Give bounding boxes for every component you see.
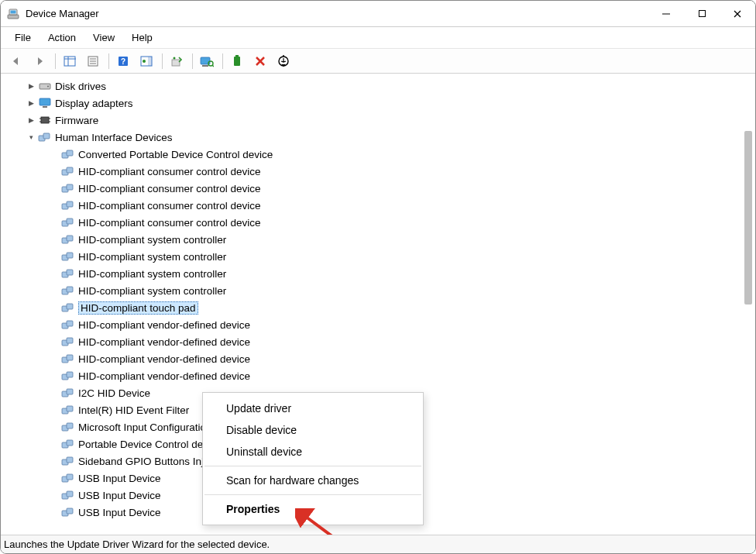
nav-back-button[interactable] bbox=[5, 51, 27, 71]
category-hid[interactable]: ▾ Human Interface Devices bbox=[4, 129, 743, 146]
category-firmware[interactable]: ▶ Firmware bbox=[4, 112, 743, 129]
device-item[interactable]: HID-compliant consumer control device bbox=[4, 214, 743, 231]
context-menu: Update driver Disable device Uninstall d… bbox=[202, 392, 424, 525]
hid-device-icon bbox=[61, 370, 75, 382]
tree-label: Firmware bbox=[55, 115, 98, 126]
vertical-scrollbar[interactable] bbox=[743, 76, 754, 533]
expander-icon[interactable]: ▶ bbox=[26, 81, 36, 91]
svg-rect-74 bbox=[67, 423, 73, 428]
device-item[interactable]: HID-compliant vendor-defined device bbox=[4, 350, 743, 367]
category-disk-drives[interactable]: ▶ Disk drives bbox=[4, 77, 743, 95]
action-pane-button[interactable] bbox=[136, 51, 157, 71]
menu-action[interactable]: Action bbox=[40, 29, 84, 46]
show-hide-console-tree-button[interactable] bbox=[59, 51, 81, 71]
hid-device-icon bbox=[61, 438, 75, 450]
svg-rect-76 bbox=[67, 440, 73, 446]
svg-rect-2 bbox=[11, 10, 16, 13]
scrollbar-thumb[interactable] bbox=[744, 131, 752, 305]
svg-rect-70 bbox=[67, 389, 73, 394]
svg-rect-48 bbox=[67, 201, 73, 207]
ctx-properties[interactable]: Properties bbox=[203, 498, 423, 520]
ctx-separator bbox=[204, 466, 421, 466]
scan-hardware-button[interactable] bbox=[196, 51, 218, 71]
ctx-update-driver[interactable]: Update driver bbox=[203, 397, 423, 419]
svg-rect-66 bbox=[67, 355, 73, 360]
tree-label: HID-compliant system controller bbox=[78, 234, 226, 246]
device-item[interactable]: HID-compliant touch pad bbox=[4, 299, 743, 316]
hid-device-icon bbox=[61, 284, 75, 297]
svg-rect-82 bbox=[67, 491, 73, 497]
tree-label: HID-compliant vendor-defined device bbox=[78, 370, 250, 382]
svg-rect-17 bbox=[148, 57, 152, 66]
tree-label: Converted Portable Device Control device bbox=[78, 149, 273, 160]
window-title: Device Manager bbox=[26, 8, 99, 19]
ctx-disable-device[interactable]: Disable device bbox=[203, 419, 423, 441]
device-item[interactable]: HID-compliant system controller bbox=[4, 248, 743, 265]
menu-file[interactable]: File bbox=[7, 29, 39, 46]
help-button[interactable]: ? bbox=[112, 51, 134, 71]
properties-button[interactable] bbox=[82, 51, 104, 71]
minimize-button[interactable] bbox=[648, 1, 684, 27]
device-item[interactable]: Converted Portable Device Control device bbox=[4, 146, 743, 163]
device-manager-window: Device Manager File Action View Help bbox=[0, 0, 756, 554]
hid-device-icon bbox=[61, 335, 75, 348]
svg-rect-84 bbox=[67, 508, 73, 514]
maximize-button[interactable] bbox=[684, 1, 720, 27]
tree-label: HID-compliant consumer control device bbox=[78, 166, 261, 177]
device-item[interactable]: HID-compliant vendor-defined device bbox=[4, 316, 743, 333]
svg-rect-32 bbox=[40, 98, 50, 105]
svg-rect-7 bbox=[64, 57, 75, 66]
expander-icon[interactable]: ▶ bbox=[26, 115, 36, 126]
hid-device-icon bbox=[61, 506, 75, 518]
ctx-uninstall-device[interactable]: Uninstall device bbox=[203, 441, 423, 463]
svg-rect-72 bbox=[67, 406, 73, 411]
device-item[interactable]: HID-compliant consumer control device bbox=[4, 180, 743, 197]
expander-icon[interactable]: ▾ bbox=[26, 132, 36, 143]
svg-line-24 bbox=[212, 65, 214, 67]
toolbar-sep bbox=[55, 53, 56, 69]
hid-device-icon bbox=[61, 404, 75, 416]
hid-device-icon bbox=[61, 250, 75, 263]
tree-label: HID-compliant system controller bbox=[78, 251, 226, 263]
ctx-scan-hardware[interactable]: Scan for hardware changes bbox=[203, 470, 423, 491]
tree-label: HID-compliant vendor-defined device bbox=[78, 336, 250, 348]
expander-icon[interactable]: ▶ bbox=[26, 98, 36, 108]
tree-label: HID-compliant touch pad bbox=[78, 301, 198, 315]
hid-device-icon bbox=[61, 148, 75, 160]
nav-forward-button[interactable] bbox=[29, 51, 50, 71]
tree-label: USB Input Device bbox=[78, 507, 161, 518]
device-item[interactable]: HID-compliant vendor-defined device bbox=[4, 333, 743, 350]
svg-rect-33 bbox=[43, 106, 47, 108]
hid-device-icon bbox=[61, 233, 75, 246]
hid-device-icon bbox=[61, 301, 75, 314]
svg-point-31 bbox=[47, 86, 49, 88]
device-item[interactable]: HID-compliant consumer control device bbox=[4, 163, 743, 180]
category-display-adapters[interactable]: ▶ Display adapters bbox=[4, 95, 743, 112]
toolbar-sep bbox=[162, 53, 163, 69]
disable-device-button[interactable] bbox=[273, 51, 294, 71]
device-item[interactable]: HID-compliant system controller bbox=[4, 282, 743, 299]
close-button[interactable] bbox=[720, 1, 755, 27]
uninstall-device-button[interactable] bbox=[249, 51, 271, 71]
toolbar-sep bbox=[108, 53, 109, 69]
svg-point-18 bbox=[143, 60, 146, 63]
hid-icon bbox=[38, 131, 52, 143]
tree-label: Display adapters bbox=[55, 98, 133, 109]
svg-rect-62 bbox=[67, 321, 73, 326]
device-item[interactable]: HID-compliant vendor-defined device bbox=[4, 367, 743, 384]
device-item[interactable]: HID-compliant system controller bbox=[4, 231, 743, 248]
device-item[interactable]: HID-compliant consumer control device bbox=[4, 197, 743, 214]
menu-help[interactable]: Help bbox=[124, 29, 160, 46]
hid-device-icon bbox=[61, 216, 75, 229]
menu-view[interactable]: View bbox=[85, 29, 122, 46]
titlebar: Device Manager bbox=[1, 1, 755, 27]
tree-label: HID-compliant consumer control device bbox=[78, 200, 261, 212]
enable-device-button[interactable] bbox=[226, 51, 248, 71]
toolbar: ? bbox=[1, 49, 755, 74]
firmware-icon bbox=[38, 114, 52, 126]
svg-rect-78 bbox=[67, 457, 73, 463]
hid-device-icon bbox=[61, 472, 75, 484]
svg-rect-80 bbox=[67, 474, 73, 480]
update-driver-button[interactable] bbox=[166, 51, 187, 71]
device-item[interactable]: HID-compliant system controller bbox=[4, 265, 743, 282]
